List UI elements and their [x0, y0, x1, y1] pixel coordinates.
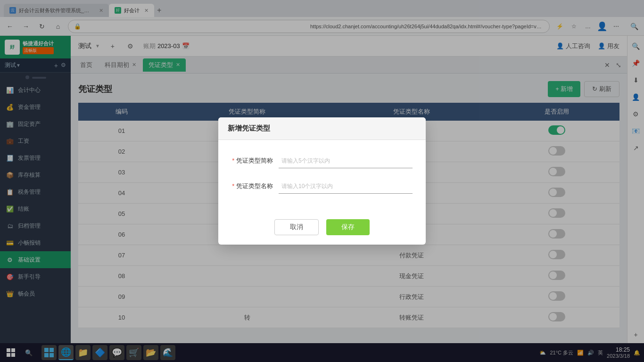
dialog-header: 新增凭证类型	[218, 117, 426, 140]
save-button[interactable]: 保存	[326, 219, 370, 235]
abbr-required: *	[232, 157, 234, 164]
dialog-title: 新增凭证类型	[228, 124, 270, 132]
dialog-overlay: 新增凭证类型 * 凭证类型简称 * 凭证类型名称 取消 保存	[0, 0, 644, 362]
dialog-body: * 凭证类型简称 * 凭证类型名称	[218, 140, 426, 214]
abbr-label: * 凭证类型简称	[231, 156, 279, 165]
name-required: *	[232, 182, 234, 189]
cancel-button[interactable]: 取消	[274, 219, 319, 235]
dialog-footer: 取消 保存	[218, 214, 426, 245]
abbr-input[interactable]	[279, 153, 413, 168]
form-row-name: * 凭证类型名称	[231, 179, 413, 194]
name-input[interactable]	[279, 179, 413, 194]
form-row-abbr: * 凭证类型简称	[231, 153, 413, 168]
name-label: * 凭证类型名称	[231, 182, 279, 190]
new-voucher-type-dialog: 新增凭证类型 * 凭证类型简称 * 凭证类型名称 取消 保存	[218, 117, 426, 245]
